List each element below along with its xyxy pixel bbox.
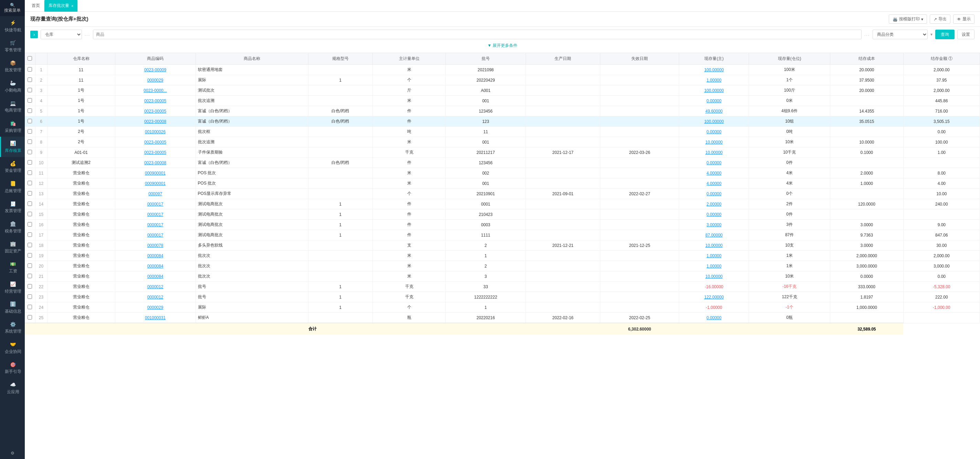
row-checkbox[interactable] (25, 261, 35, 271)
row-qty-main[interactable]: 0.00000 (679, 312, 749, 324)
expand-text: ▼ 展开更多条件 (487, 43, 517, 49)
row-qty-main[interactable]: 10.00000 (679, 137, 749, 147)
tab-close-btn[interactable]: × (71, 4, 73, 8)
row-checkbox[interactable] (25, 168, 35, 178)
row-qty-main[interactable]: 4.00000 (679, 168, 749, 178)
row-qty-main[interactable]: -1.00000 (679, 302, 749, 312)
sidebar-item-invoice[interactable]: 🧾发票管理 (0, 197, 25, 217)
sidebar-item-purchase[interactable]: 🛍️采购管理 (0, 117, 25, 137)
row-checkbox[interactable] (25, 106, 35, 116)
row-checkbox[interactable] (25, 282, 35, 292)
row-qty-main[interactable]: 2.00000 (679, 199, 749, 209)
select-all-checkbox[interactable] (27, 56, 32, 61)
sidebar-item-basic-info[interactable]: ℹ️基础信息 (0, 298, 25, 317)
sidebar-item-ledger[interactable]: 📒总账管理 (0, 177, 25, 197)
row-checkbox[interactable] (25, 271, 35, 282)
row-checkbox[interactable] (25, 292, 35, 302)
filter-expand[interactable]: ▼ 展开更多条件 (30, 41, 975, 50)
row-checkbox[interactable] (25, 96, 35, 106)
row-checkbox[interactable] (25, 312, 35, 324)
row-checkbox[interactable] (25, 147, 35, 158)
sidebar-item-inventory[interactable]: 📊库存核算 (0, 137, 25, 157)
sidebar-item-salary[interactable]: 💵工资 (0, 258, 25, 277)
row-qty-store: 4米 (749, 178, 830, 189)
export-btn[interactable]: ↗ 导出 (930, 14, 950, 24)
sidebar-item-retail[interactable]: 🛒零售管理 (0, 36, 25, 56)
row-checkbox[interactable] (25, 116, 35, 127)
row-qty-main[interactable]: 100.00000 (679, 65, 749, 75)
row-checkbox[interactable] (25, 220, 35, 230)
row-qty-main[interactable]: 10.00000 (679, 147, 749, 158)
set-btn[interactable]: 设置 (957, 30, 975, 39)
filter-toggle-btn[interactable]: › (30, 31, 38, 38)
tab-home[interactable]: 首页 (27, 0, 45, 12)
row-checkbox[interactable] (25, 65, 35, 75)
row-qty-main[interactable]: 10.00000 (679, 271, 749, 282)
sidebar-item-tax[interactable]: 🏛️税务管理 (0, 217, 25, 237)
row-qty-main[interactable]: 1.00000 (679, 261, 749, 271)
sidebar-item-enterprise[interactable]: 🤝企业协同 (0, 338, 25, 358)
sidebar-search[interactable]: 🔍 搜索菜单 (0, 0, 25, 16)
row-checkbox[interactable] (25, 209, 35, 220)
row-qty-main[interactable]: -16.00000 (679, 282, 749, 292)
row-exp-date: 2022-02-25 (600, 312, 679, 324)
row-checkbox[interactable] (25, 251, 35, 261)
row-warehouse: 营业粮仓 (47, 302, 115, 312)
row-checkbox[interactable] (25, 189, 35, 199)
row-balance: 10.00 (903, 189, 980, 199)
sidebar-item-system[interactable]: ⚙️系统管理 (0, 318, 25, 338)
row-checkbox[interactable] (25, 75, 35, 85)
sidebar-item-finance[interactable]: 💰资金管理 (0, 157, 25, 177)
row-qty-main[interactable]: 1.00000 (679, 75, 749, 85)
query-btn[interactable]: 查询 (935, 30, 955, 39)
row-qty-main[interactable]: 3.00000 (679, 220, 749, 230)
row-qty-main[interactable]: 0.00000 (679, 96, 749, 106)
row-checkbox[interactable] (25, 85, 35, 96)
table-container[interactable]: 仓库名称 商品编码 商品名称 规格型号 主计量单位 批号 生产日期 失效日期 现… (25, 53, 980, 459)
product-input[interactable] (93, 30, 862, 39)
sidebar-item-operations[interactable]: 📈经营管理 (0, 277, 25, 298)
row-checkbox[interactable] (25, 127, 35, 137)
sidebar-item-quick-nav[interactable]: ⚡快捷导航 (0, 16, 25, 36)
row-qty-main[interactable]: 4.00000 (679, 178, 749, 189)
sidebar-item-xiao-e[interactable]: 🦢小鹅电商 (0, 76, 25, 96)
row-checkbox[interactable] (25, 178, 35, 189)
category-select[interactable]: 商品分类 (873, 30, 928, 39)
tab-active[interactable]: 库存批次量 × (45, 0, 78, 12)
row-checkbox[interactable] (25, 158, 35, 168)
row-checkbox[interactable] (25, 137, 35, 147)
row-qty-main[interactable]: 10.00000 (679, 240, 749, 251)
row-balance (903, 209, 980, 220)
wholesale-icon: 📦 (2, 60, 24, 67)
row-qty-main[interactable]: 49.60000 (679, 106, 749, 116)
sidebar-item-guide[interactable]: 🎯新手引导 (0, 358, 25, 378)
row-qty-main[interactable]: 100.00000 (679, 85, 749, 96)
footer-empty-store (679, 323, 749, 335)
row-checkbox[interactable] (25, 199, 35, 209)
warehouse-select[interactable]: 仓库 (41, 30, 82, 39)
row-qty-main[interactable]: 1.00000 (679, 251, 749, 261)
row-qty-main[interactable]: 87.00000 (679, 230, 749, 240)
row-qty-main[interactable]: 0.00000 (679, 127, 749, 137)
row-qty-main[interactable]: 100.00000 (679, 116, 749, 127)
sidebar-item-fixed-assets[interactable]: 🏢固定资产 (0, 237, 25, 257)
sidebar-item-wholesale[interactable]: 📦批发管理 (0, 56, 25, 76)
row-seq: 24 (35, 302, 47, 312)
row-unit: 件 (372, 158, 446, 168)
row-spec (308, 168, 372, 178)
row-qty-main[interactable]: 0.00000 (679, 158, 749, 168)
sidebar-item-cloud[interactable]: ☁️云应用 (0, 378, 25, 398)
row-seq: 20 (35, 261, 47, 271)
row-checkbox[interactable] (25, 240, 35, 251)
print-template-btn[interactable]: 🖨️ 按模版打印 ▾ (889, 14, 927, 24)
row-qty-main[interactable]: 122.00000 (679, 292, 749, 302)
display-btn[interactable]: 👁 显示 (953, 14, 975, 24)
row-exp-date (600, 251, 679, 261)
row-checkbox[interactable] (25, 230, 35, 240)
row-checkbox[interactable] (25, 302, 35, 312)
row-qty-main[interactable]: 0.00000 (679, 189, 749, 199)
sidebar-settings[interactable]: ⚙ (0, 447, 25, 459)
row-qty-main[interactable]: 0.00000 (679, 209, 749, 220)
row-exp-date (600, 261, 679, 271)
sidebar-item-ecommerce[interactable]: 💻电商管理 (0, 97, 25, 117)
